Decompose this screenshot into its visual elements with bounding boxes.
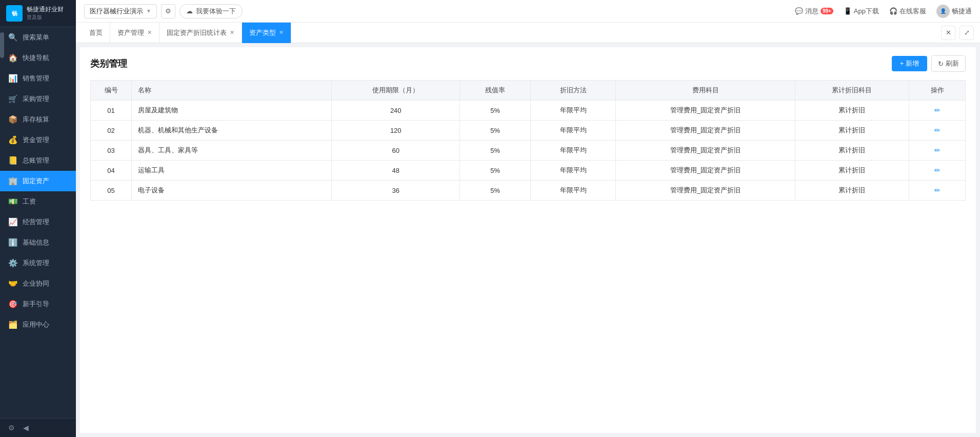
tab-asset-management[interactable]: 资产管理 ✕ xyxy=(110,23,159,43)
new-button[interactable]: + 新增 xyxy=(892,56,927,71)
logo-icon: 畅 xyxy=(6,5,23,22)
edit-icon[interactable]: ✏ xyxy=(934,186,941,194)
edit-icon[interactable]: ✏ xyxy=(934,126,941,134)
cell-name: 机器、机械和其他生产设备 xyxy=(132,121,332,141)
cell-accumulated-subject[interactable]: 累计折旧 xyxy=(795,161,909,181)
cell-expense-subject[interactable]: 管理费用_固定资产折旧 xyxy=(616,121,795,141)
quicknav-label: 快捷导航 xyxy=(23,53,49,63)
tab-depreciation-table[interactable]: 固定资产折旧统计表 ✕ xyxy=(159,23,242,43)
settings-footer-icon[interactable]: ⚙ xyxy=(8,424,15,432)
customer-service-action[interactable]: 🎧 在线客服 xyxy=(889,7,926,16)
message-action[interactable]: 💬 消息 99+ xyxy=(795,7,833,16)
fixed-icon: 🏢 xyxy=(8,176,17,186)
edit-icon[interactable]: ✏ xyxy=(934,146,941,154)
tab-depreciation-close-icon[interactable]: ✕ xyxy=(230,29,234,36)
col-header-residual: 残值率 xyxy=(460,81,531,101)
refresh-button[interactable]: ↻ 刷新 xyxy=(931,55,966,72)
capital-icon: 💰 xyxy=(8,135,17,145)
tab-asset-type[interactable]: 资产类型 ✕ xyxy=(242,23,291,43)
tab-asset-management-label: 资产管理 xyxy=(117,28,144,37)
experience-button[interactable]: ☁ 我要体验一下 xyxy=(179,4,243,18)
cell-residual-rate: 5% xyxy=(460,101,531,121)
cell-expense-subject[interactable]: 管理费用_固定资产折旧 xyxy=(616,101,795,121)
inventory-icon: 📦 xyxy=(8,115,17,124)
message-label: 消息 xyxy=(805,7,818,16)
cell-expense-subject[interactable]: 管理费用_固定资产折旧 xyxy=(616,181,795,201)
col-header-id: 编号 xyxy=(91,81,132,101)
cell-name: 运输工具 xyxy=(132,161,332,181)
project-chevron-icon: ▼ xyxy=(146,8,151,14)
tab-asset-type-close-icon[interactable]: ✕ xyxy=(279,29,284,36)
cell-accumulated-subject[interactable]: 累计折旧 xyxy=(795,101,909,121)
app-download-label: App下载 xyxy=(854,7,879,16)
apps-label: 应用中心 xyxy=(23,320,49,329)
app-download-action[interactable]: 📱 App下载 xyxy=(844,7,879,16)
ledger-icon: 📒 xyxy=(8,156,17,165)
sidebar-item-fixed[interactable]: 🏢 固定资产 xyxy=(0,171,76,191)
cell-name: 电子设备 xyxy=(132,181,332,201)
cell-expense-subject[interactable]: 管理费用_固定资产折旧 xyxy=(616,141,795,161)
tab-expand-button[interactable]: ⤢ xyxy=(959,26,974,40)
topbar-settings-button[interactable]: ⚙ xyxy=(161,4,175,18)
edit-icon[interactable]: ✏ xyxy=(934,106,941,114)
cell-id: 03 xyxy=(91,141,132,161)
cell-method: 年限平均 xyxy=(531,121,616,141)
col-header-period: 使用期限（月） xyxy=(332,81,460,101)
table-row: 01 房屋及建筑物 240 5% 年限平均 管理费用_固定资产折旧 累计折旧 ✏ xyxy=(91,101,966,121)
sidebar-item-salary[interactable]: 💵 工资 xyxy=(0,191,76,212)
apps-icon: 🗂️ xyxy=(8,320,17,329)
sidebar-item-inventory[interactable]: 📦 库存核算 xyxy=(0,109,76,130)
salary-icon: 💵 xyxy=(8,197,17,206)
sidebar-item-operations[interactable]: 📈 经营管理 xyxy=(0,212,76,232)
page-content: 类别管理 + 新增 ↻ 刷新 编号 名称 使用期限（月） 残值率 折旧方法 费用… xyxy=(80,47,976,433)
cell-name: 器具、工具、家具等 xyxy=(132,141,332,161)
basic-label: 基础信息 xyxy=(23,238,49,247)
tab-asset-management-close-icon[interactable]: ✕ xyxy=(147,29,152,36)
logo-sub: 普及版 xyxy=(27,14,64,21)
sidebar-item-collab[interactable]: 🤝 企业协同 xyxy=(0,273,76,294)
guide-label: 新手引导 xyxy=(23,300,49,309)
page-header: 类别管理 + 新增 ↻ 刷新 xyxy=(90,55,966,72)
col-header-method: 折旧方法 xyxy=(531,81,616,101)
tabbar-actions: ✕ ⤢ xyxy=(941,26,974,40)
sidebar-nav: 🔍 搜索菜单 🏠 快捷导航 📊 销售管理 🛒 采购管理 📦 库存核算 💰 资金管… xyxy=(0,27,76,418)
ledger-label: 总账管理 xyxy=(23,156,49,165)
collapse-footer-icon[interactable]: ◀ xyxy=(23,424,29,432)
user-action[interactable]: 👤 畅捷通 xyxy=(936,5,972,18)
table-row: 02 机器、机械和其他生产设备 120 5% 年限平均 管理费用_固定资产折旧 … xyxy=(91,121,966,141)
cell-expense-subject[interactable]: 管理费用_固定资产折旧 xyxy=(616,161,795,181)
sidebar-item-system[interactable]: ⚙️ 系统管理 xyxy=(0,253,76,273)
sidebar-item-capital[interactable]: 💰 资金管理 xyxy=(0,130,76,150)
edit-icon[interactable]: ✏ xyxy=(934,166,941,174)
fixed-label: 固定资产 xyxy=(23,176,49,186)
sidebar-item-purchase[interactable]: 🛒 采购管理 xyxy=(0,89,76,109)
sidebar-item-quicknav[interactable]: 🏠 快捷导航 xyxy=(0,48,76,68)
sidebar-item-ledger[interactable]: 📒 总账管理 xyxy=(0,150,76,171)
tab-asset-type-label: 资产类型 xyxy=(249,28,276,37)
cell-period: 240 xyxy=(332,101,460,121)
col-header-name: 名称 xyxy=(132,81,332,101)
message-icon: 💬 xyxy=(795,7,803,15)
table-row: 04 运输工具 48 5% 年限平均 管理费用_固定资产折旧 累计折旧 ✏ xyxy=(91,161,966,181)
basic-icon: ℹ️ xyxy=(8,238,17,247)
cell-accumulated-subject[interactable]: 累计折旧 xyxy=(795,141,909,161)
tab-home[interactable]: 首页 xyxy=(82,23,110,43)
sidebar-item-basic[interactable]: ℹ️ 基础信息 xyxy=(0,232,76,253)
sidebar-item-apps[interactable]: 🗂️ 应用中心 xyxy=(0,314,76,335)
cell-method: 年限平均 xyxy=(531,161,616,181)
table-header-row: 编号 名称 使用期限（月） 残值率 折旧方法 费用科目 累计折旧科目 操作 xyxy=(91,81,966,101)
tab-close-window-button[interactable]: ✕ xyxy=(941,26,955,40)
cell-period: 120 xyxy=(332,121,460,141)
cell-residual-rate: 5% xyxy=(460,161,531,181)
cell-accumulated-subject[interactable]: 累计折旧 xyxy=(795,121,909,141)
cell-period: 48 xyxy=(332,161,460,181)
cell-accumulated-subject[interactable]: 累计折旧 xyxy=(795,181,909,201)
capital-label: 资金管理 xyxy=(23,135,49,145)
sidebar-item-guide[interactable]: 🎯 新手引导 xyxy=(0,294,76,314)
search-icon: 🔍 xyxy=(8,33,17,42)
project-selector[interactable]: 医疗器械行业演示 ▼ xyxy=(84,4,157,18)
purchase-label: 采购管理 xyxy=(23,94,49,104)
sidebar-item-sales[interactable]: 📊 销售管理 xyxy=(0,68,76,89)
guide-icon: 🎯 xyxy=(8,300,17,309)
sidebar-item-search[interactable]: 🔍 搜索菜单 xyxy=(0,27,76,48)
